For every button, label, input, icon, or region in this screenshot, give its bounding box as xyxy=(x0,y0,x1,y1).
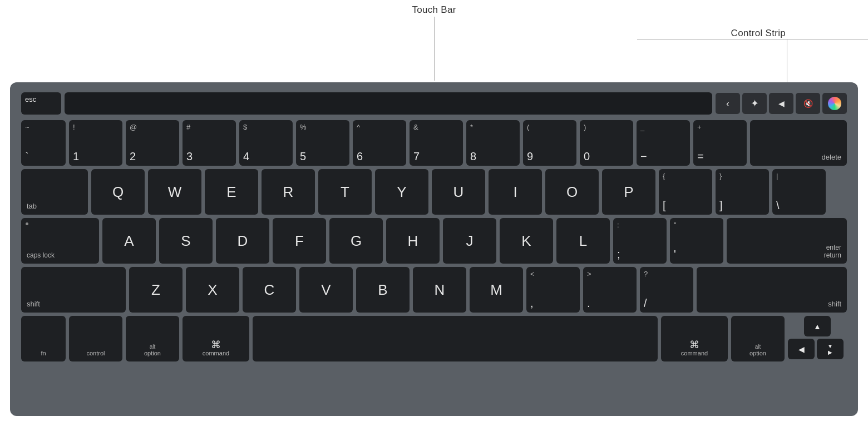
touchbar-area[interactable] xyxy=(65,92,712,115)
key-f[interactable]: F xyxy=(273,218,326,264)
key-capslock[interactable]: caps lock xyxy=(21,218,99,264)
key-q[interactable]: Q xyxy=(91,169,145,215)
key-n[interactable]: N xyxy=(413,267,466,313)
arrow-left-icon: ◀ xyxy=(798,345,805,354)
keyboard: esc ‹ ✦ ◀ 🔇 xyxy=(10,82,858,416)
controlstrip-line-v xyxy=(787,39,787,83)
key-v[interactable]: V xyxy=(299,267,353,313)
key-comma[interactable]: < , xyxy=(526,267,580,313)
capslock-led xyxy=(26,222,28,225)
page-container: Touch Bar Control Strip esc ‹ ✦ ◀ xyxy=(0,0,868,426)
key-w[interactable]: W xyxy=(148,169,201,215)
key-backtick[interactable]: ~ ` xyxy=(21,120,66,166)
key-3[interactable]: # 3 xyxy=(183,120,236,166)
key-bracket-left[interactable]: { [ xyxy=(659,169,712,215)
key-option-left[interactable]: alt option xyxy=(126,316,179,361)
cs-expand-button[interactable]: ‹ xyxy=(716,93,740,114)
key-7[interactable]: & 7 xyxy=(410,120,463,166)
key-c[interactable]: C xyxy=(243,267,296,313)
key-l[interactable]: L xyxy=(556,218,610,264)
key-x[interactable]: X xyxy=(186,267,239,313)
key-9[interactable]: ( 9 xyxy=(523,120,576,166)
key-equals[interactable]: + = xyxy=(693,120,747,166)
key-bracket-right[interactable]: } ] xyxy=(716,169,769,215)
cs-siri-button[interactable] xyxy=(822,93,847,114)
key-backslash[interactable]: | \ xyxy=(772,169,826,215)
key-b[interactable]: B xyxy=(356,267,410,313)
key-m[interactable]: M xyxy=(470,267,523,313)
key-6[interactable]: ^ 6 xyxy=(353,120,406,166)
touchbar-label: Touch Bar xyxy=(412,4,456,16)
key-g[interactable]: G xyxy=(329,218,383,264)
key-0[interactable]: ) 0 xyxy=(580,120,633,166)
key-space[interactable] xyxy=(253,316,658,361)
arrow-up-icon: ▲ xyxy=(813,322,821,331)
control-strip: ‹ ✦ ◀ 🔇 xyxy=(716,92,847,115)
cs-brightness-button[interactable]: ✦ xyxy=(742,93,767,114)
modifier-row: fn control alt option ⌘ command ⌘ comman… xyxy=(21,316,847,361)
key-shift-right[interactable]: shift xyxy=(697,267,847,313)
key-minus[interactable]: _ − xyxy=(637,120,690,166)
controlstrip-label: Control Strip xyxy=(731,28,786,39)
asdf-row: caps lock A S D F G H J K L : ; " xyxy=(21,218,847,264)
key-t[interactable]: T xyxy=(318,169,372,215)
key-slash[interactable]: ? / xyxy=(640,267,693,313)
key-1[interactable]: ! 1 xyxy=(69,120,122,166)
key-return[interactable]: enter return xyxy=(727,218,847,264)
volume-icon: ◀ xyxy=(778,99,785,108)
qwerty-row: tab Q W E R T Y U I O P { [ } xyxy=(21,169,847,215)
arrow-right-icon: ▶ xyxy=(828,349,832,355)
key-5[interactable]: % 5 xyxy=(296,120,349,166)
key-option-right[interactable]: alt option xyxy=(731,316,785,361)
touchbar-annotation-line xyxy=(434,17,435,81)
key-control[interactable]: control xyxy=(69,316,122,361)
key-8[interactable]: * 8 xyxy=(466,120,520,166)
mute-icon: 🔇 xyxy=(803,99,813,108)
key-o[interactable]: O xyxy=(545,169,599,215)
key-tab[interactable]: tab xyxy=(21,169,88,215)
key-u[interactable]: U xyxy=(432,169,485,215)
key-p[interactable]: P xyxy=(602,169,655,215)
annotations: Touch Bar Control Strip xyxy=(0,0,868,89)
controlstrip-line-h xyxy=(637,39,868,39)
cs-mute-button[interactable]: 🔇 xyxy=(796,93,820,114)
key-fn[interactable]: fn xyxy=(21,316,66,361)
siri-icon xyxy=(828,97,841,110)
key-semicolon[interactable]: : ; xyxy=(613,218,667,264)
key-quote[interactable]: " ' xyxy=(670,218,723,264)
key-e[interactable]: E xyxy=(205,169,258,215)
key-2[interactable]: @ 2 xyxy=(126,120,179,166)
key-command-right[interactable]: ⌘ command xyxy=(661,316,728,361)
key-shift-left[interactable]: shift xyxy=(21,267,126,313)
key-y[interactable]: Y xyxy=(375,169,428,215)
key-z[interactable]: Z xyxy=(129,267,183,313)
key-s[interactable]: S xyxy=(159,218,213,264)
key-esc[interactable]: esc xyxy=(21,92,61,115)
brightness-icon: ✦ xyxy=(751,97,759,110)
arrow-keys-group: ▲ ◀ ▼ ▶ xyxy=(788,316,847,361)
key-arrow-left[interactable]: ◀ xyxy=(788,339,815,359)
number-row: ~ ` ! 1 @ 2 # xyxy=(21,120,847,166)
arrow-down-icon: ▼ xyxy=(827,343,833,349)
key-delete[interactable]: delete xyxy=(750,120,847,166)
key-command-left[interactable]: ⌘ command xyxy=(183,316,249,361)
key-4[interactable]: $ 4 xyxy=(239,120,293,166)
key-j[interactable]: J xyxy=(443,218,496,264)
cs-volume-button[interactable]: ◀ xyxy=(769,93,793,114)
key-r[interactable]: R xyxy=(262,169,315,215)
zxcv-row: shift Z X C V B N M < , > . xyxy=(21,267,847,313)
key-a[interactable]: A xyxy=(102,218,156,264)
key-h[interactable]: H xyxy=(386,218,440,264)
key-i[interactable]: I xyxy=(489,169,542,215)
key-arrow-down-right[interactable]: ▼ ▶ xyxy=(817,339,844,359)
touchbar-row: esc ‹ ✦ ◀ 🔇 xyxy=(21,90,847,117)
key-k[interactable]: K xyxy=(500,218,553,264)
key-arrow-up[interactable]: ▲ xyxy=(804,316,831,336)
key-d[interactable]: D xyxy=(216,218,269,264)
key-period[interactable]: > . xyxy=(583,267,637,313)
